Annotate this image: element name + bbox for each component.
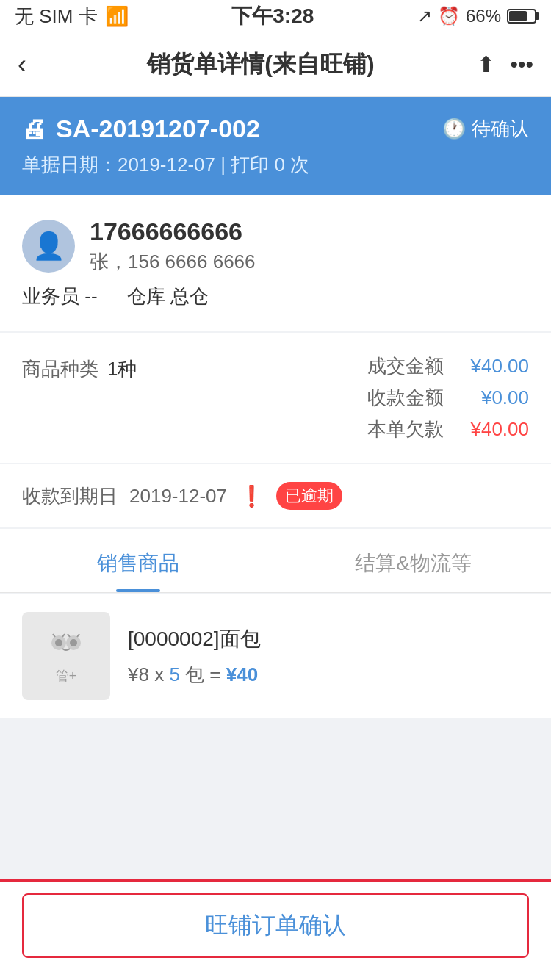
order-header-card: 🖨 SA-20191207-002 🕐 待确认 单据日期：2019-12-07 … <box>0 97 551 195</box>
order-icon: 🖨 <box>22 115 47 143</box>
due-date-value: 2019-12-07 <box>129 485 227 508</box>
status-time: 下午3:28 <box>231 2 314 30</box>
product-info: [0000002]面包 ¥8 x 5 包 = ¥40 <box>128 625 529 688</box>
alarm-icon: ⏰ <box>438 6 460 26</box>
equal-sign: = <box>209 663 226 685</box>
balance-due-value: ¥40.00 <box>455 418 529 441</box>
balance-due-item: 本单欠款 ¥40.00 <box>367 417 529 442</box>
svg-line-7 <box>77 634 79 637</box>
brand-owl-icon <box>44 628 88 664</box>
tab-products[interactable]: 销售商品 <box>0 529 276 592</box>
nav-bar: ‹ 销货单详情(来自旺铺) ⬆ ••• <box>0 32 551 97</box>
multiply-sign: x <box>154 663 169 685</box>
more-icon[interactable]: ••• <box>510 52 533 77</box>
svg-point-3 <box>70 639 77 646</box>
svg-line-6 <box>68 634 70 637</box>
deal-amount-item: 成交金额 ¥40.00 <box>367 353 529 379</box>
tab-settlement[interactable]: 结算&物流等 <box>276 529 551 592</box>
nav-actions: ⬆ ••• <box>460 51 533 77</box>
overdue-badge: 已逾期 <box>276 482 342 510</box>
received-amount-value: ¥0.00 <box>455 386 529 409</box>
avatar: 👤 <box>22 220 75 273</box>
status-bar-left: 无 SIM 卡 📶 <box>15 4 129 29</box>
product-qty: 5 <box>169 663 179 685</box>
overdue-icon: ❗ <box>239 484 264 508</box>
product-price: ¥8 x 5 包 = ¥40 <box>128 662 529 688</box>
product-type: 商品种类 1种 <box>22 353 137 382</box>
customer-info-row: 业务员 -- 仓库 总仓 <box>22 284 529 309</box>
battery-text: 66% <box>466 6 501 26</box>
back-button[interactable]: ‹ <box>18 49 62 80</box>
carrier-text: 无 SIM 卡 <box>15 4 98 29</box>
product-unit-price: ¥8 <box>128 663 149 685</box>
avatar-icon: 👤 <box>32 231 65 262</box>
customer-phone: 17666666666 <box>90 217 256 246</box>
clock-icon: 🕐 <box>442 118 466 140</box>
bottom-spacer <box>0 718 551 836</box>
product-type-value: 1种 <box>107 356 137 382</box>
tabs-row: 销售商品 结算&物流等 <box>0 529 551 593</box>
svg-point-2 <box>55 639 62 646</box>
warehouse-label: 仓库 <box>127 285 165 307</box>
order-id: 🖨 SA-20191207-002 <box>22 115 260 143</box>
deal-amount-value: ¥40.00 <box>455 355 529 378</box>
received-amount-label: 收款金额 <box>367 385 444 411</box>
order-meta: 单据日期：2019-12-07 | 打印 0 次 <box>22 152 529 178</box>
product-type-label: 商品种类 <box>22 356 98 382</box>
status-bar: 无 SIM 卡 📶 下午3:28 ↗ ⏰ 66% <box>0 0 551 32</box>
warehouse-value: 总仓 <box>170 285 209 307</box>
customer-name: 张，156 6666 6666 <box>90 249 256 275</box>
due-date-label: 收款到期日 <box>22 483 118 509</box>
tabs-section: 销售商品 结算&物流等 <box>0 529 551 593</box>
confirm-order-button[interactable]: 旺铺订单确认 <box>22 893 529 958</box>
wifi-icon: 📶 <box>105 5 129 28</box>
sales-rep-label: 业务员 <box>22 285 79 307</box>
location-icon: ↗ <box>417 6 432 26</box>
brand-plus-text: 管+ <box>56 667 77 685</box>
page-title: 销货单详情(来自旺铺) <box>62 48 460 81</box>
table-row: 管+ [0000002]面包 ¥8 x 5 包 = ¥40 <box>0 594 551 718</box>
status-bar-right: ↗ ⏰ 66% <box>417 6 536 26</box>
share-icon[interactable]: ⬆ <box>477 51 495 77</box>
sales-rep-value: -- <box>84 285 97 307</box>
sales-rep-item: 业务员 -- <box>22 284 98 309</box>
warehouse-item: 仓库 总仓 <box>127 284 209 309</box>
product-unit: 包 <box>185 663 204 685</box>
product-total: ¥40 <box>226 663 258 685</box>
due-date-section: 收款到期日 2019-12-07 ❗ 已逾期 <box>0 464 551 527</box>
product-list: 管+ [0000002]面包 ¥8 x 5 包 = ¥40 <box>0 594 551 718</box>
summary-right: 成交金额 ¥40.00 收款金额 ¥0.00 本单欠款 ¥40.00 <box>367 353 529 442</box>
battery-icon <box>507 9 536 24</box>
svg-line-5 <box>62 634 65 637</box>
summary-section: 商品种类 1种 成交金额 ¥40.00 收款金额 ¥0.00 本单欠款 ¥40.… <box>0 333 551 463</box>
received-amount-item: 收款金额 ¥0.00 <box>367 385 529 411</box>
svg-line-4 <box>53 634 55 637</box>
product-name: [0000002]面包 <box>128 625 529 653</box>
deal-amount-label: 成交金额 <box>367 353 444 379</box>
balance-due-label: 本单欠款 <box>367 417 444 442</box>
bottom-bar: 旺铺订单确认 <box>0 879 551 980</box>
customer-section: 👤 17666666666 张，156 6666 6666 业务员 -- 仓库 … <box>0 195 551 331</box>
order-status: 🕐 待确认 <box>442 116 529 142</box>
product-thumbnail: 管+ <box>22 612 110 700</box>
